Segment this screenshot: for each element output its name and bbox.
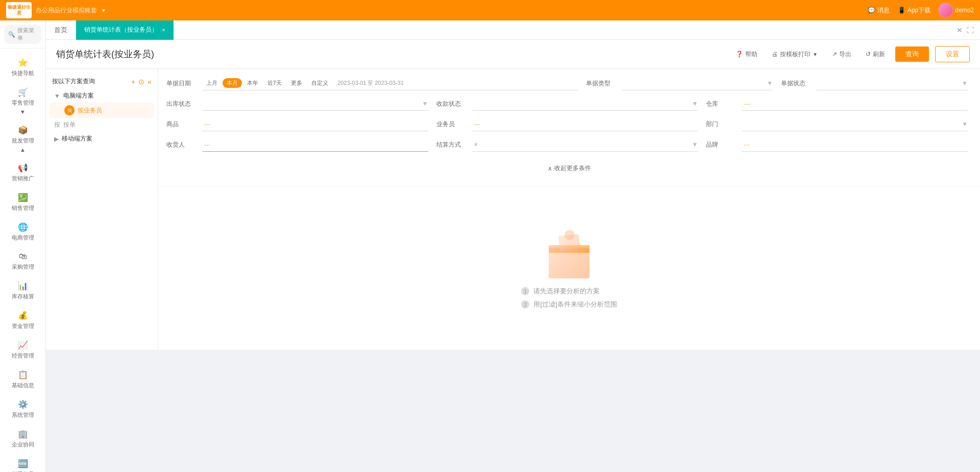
settlement-value[interactable]: × ▼ — [472, 137, 698, 152]
receiver-value[interactable]: ··· — [202, 137, 428, 152]
filter-dept-col: 部门 ▼ — [706, 117, 968, 131]
sidebar-item-wholesale[interactable]: 📦 批发管理 ▲ — [0, 120, 45, 158]
warehouse-value[interactable]: ··· — [742, 97, 968, 111]
status-value[interactable]: ▼ — [817, 76, 968, 90]
app-download-button[interactable]: 📱 App下载 — [898, 6, 930, 15]
tab-home[interactable]: 首页 — [46, 20, 76, 40]
collapse-label: 收起更多条件 — [554, 164, 591, 173]
outbound-value[interactable]: ▼ — [202, 97, 428, 111]
sidebar-item-shortcut[interactable]: ⭐ 快捷导航 — [0, 53, 45, 82]
sidebar: 🔍 帮助 搜索菜单 ⭐ 快捷导航 🛒 零售管理 ▼ 📦 批发管理 — [0, 20, 46, 472]
print-button[interactable]: 🖨 按模板打印 ▼ — [768, 48, 822, 61]
tab-close-button[interactable]: × — [162, 27, 165, 34]
date-btn-custom[interactable]: 自定义 — [307, 78, 332, 88]
export-button[interactable]: ↗ 导出 — [828, 48, 855, 61]
operations-icon: 📈 — [18, 340, 28, 350]
filter-type-col: 单据类型 ▼ — [586, 76, 773, 90]
staff-dots[interactable]: ··· — [474, 120, 480, 128]
retail-icon: 🛒 — [18, 87, 28, 97]
settlement-clear-button[interactable]: × — [474, 141, 478, 148]
refresh-button[interactable]: ↺ 刷新 — [862, 48, 889, 61]
empty-state: 1 请先选择要分析的方案 2 用[过滤]条件来缩小分析范围 — [158, 186, 980, 350]
scheme-add-icon[interactable]: + — [131, 78, 135, 86]
empty-tip-1: 1 请先选择要分析的方案 — [521, 287, 617, 296]
wholesale-expand-icon: ▲ — [20, 147, 26, 153]
dept-label: 部门 — [706, 120, 742, 129]
sidebar-item-sales[interactable]: 💹 销售管理 — [0, 187, 45, 217]
enterprise-icon: 🏢 — [18, 429, 28, 439]
settings-button[interactable]: 设置 — [935, 46, 970, 62]
sidebar-item-basic[interactable]: 📋 基础信息 — [0, 365, 45, 394]
staff-value[interactable]: ··· — [472, 117, 698, 131]
retail-expand-icon: ▼ — [20, 109, 26, 115]
goods-label: 商品 — [166, 120, 202, 129]
collapse-row: ∧ 收起更多条件 — [166, 158, 972, 179]
date-btn-more[interactable]: 更多 — [287, 78, 306, 88]
dept-value[interactable]: ▼ — [742, 117, 968, 131]
tab-sales-stat[interactable]: 销货单统计表（按业务员） × — [76, 20, 174, 40]
scheme-header: 按以下方案查询 + ⊙ « — [46, 74, 158, 89]
collapse-button[interactable]: ∧ 收起更多条件 — [542, 162, 597, 175]
help-icon: ❓ — [736, 51, 743, 58]
subtitle-dropdown-icon[interactable]: ▼ — [101, 8, 106, 13]
export-icon: ↗ — [832, 51, 837, 58]
search-menu-button[interactable]: 🔍 帮助 搜索菜单 — [4, 25, 41, 44]
date-btn-thisyear[interactable]: 本年 — [243, 78, 262, 88]
date-btn-7days[interactable]: 近7天 — [263, 78, 286, 88]
scheme-item-byorder[interactable]: 按 按单 — [50, 118, 154, 132]
scheme-mobile-header[interactable]: ▶ 移动端方案 — [50, 132, 154, 146]
message-button[interactable]: 💬 消息 — [868, 6, 890, 15]
brand-label: 品牌 — [706, 140, 742, 149]
sidebar-item-newuser[interactable]: 🆕 新手引导 — [0, 454, 45, 472]
brand-dots[interactable]: ··· — [744, 140, 750, 149]
scheme-item-bystaff[interactable]: 按 按业务员 — [50, 103, 154, 118]
sidebar-item-marketing[interactable]: 📢 营销推广 — [0, 158, 45, 187]
left-panel: 按以下方案查询 + ⊙ « ▼ 电脑端方案 — [46, 69, 158, 350]
goods-value[interactable]: ··· — [202, 117, 428, 131]
logo: 畅捷通好生意 — [6, 2, 32, 18]
sidebar-item-finance[interactable]: 💰 资金管理 — [0, 305, 45, 335]
goods-dots[interactable]: ··· — [204, 120, 210, 128]
help-button[interactable]: ❓ 帮助 — [731, 48, 762, 61]
sidebar-item-operations[interactable]: 📈 经营管理 — [0, 335, 45, 365]
print-dropdown-icon[interactable]: ▼ — [813, 52, 818, 57]
empty-tips: 1 请先选择要分析的方案 2 用[过滤]条件来缩小分析范围 — [521, 287, 617, 309]
type-value[interactable]: ▼ — [622, 76, 773, 90]
sidebar-item-enterprise[interactable]: 🏢 企业协同 — [0, 424, 45, 454]
ecommerce-icon: 🌐 — [18, 222, 28, 232]
maximize-window-icon[interactable]: ⛶ — [967, 26, 974, 34]
content-wrapper: 销货单统计表(按业务员) ❓ 帮助 🖨 按模板打印 ▼ — [46, 40, 980, 350]
date-btn-lastmonth[interactable]: 上月 — [202, 78, 222, 88]
search-menu-area[interactable]: 🔍 帮助 搜索菜单 — [0, 20, 45, 49]
tip-num-2: 2 — [521, 300, 529, 309]
brand-value[interactable]: ··· — [742, 137, 968, 152]
sidebar-item-system[interactable]: ⚙️ 系统管理 — [0, 394, 45, 424]
date-btn-thismonth[interactable]: 本月 — [223, 78, 242, 88]
scheme-edit-icon[interactable]: ⊙ — [138, 78, 144, 86]
print-icon: 🖨 — [772, 51, 778, 58]
sidebar-item-ecommerce[interactable]: 🌐 电商管理 — [0, 217, 45, 247]
sidebar-item-retail[interactable]: 🛒 零售管理 ▼ — [0, 82, 45, 120]
status-label: 单据状态 — [781, 79, 817, 88]
filter-brand-col: 品牌 ··· — [706, 137, 968, 152]
filter-staff-col: 业务员 ··· — [436, 117, 698, 131]
payment-value[interactable]: ▼ — [472, 97, 698, 111]
sidebar-item-purchase[interactable]: 🛍 采购管理 — [0, 247, 45, 276]
page-title: 销货单统计表(按业务员) — [56, 48, 154, 60]
scheme-title: 按以下方案查询 — [52, 77, 95, 86]
receiver-dots[interactable]: ··· — [204, 140, 210, 149]
user-menu[interactable]: demo2 — [939, 3, 974, 17]
settlement-dropdown-arrow: ▼ — [692, 141, 698, 148]
purchase-icon: 🛍 — [19, 252, 27, 261]
close-window-icon[interactable]: ✕ — [957, 26, 963, 34]
dept-dropdown-arrow: ▼ — [962, 121, 968, 128]
warehouse-dots[interactable]: ··· — [744, 100, 750, 108]
app-icon: 📱 — [898, 7, 905, 14]
scheme-desktop-header[interactable]: ▼ 电脑端方案 — [50, 89, 154, 103]
content-area: 首页 销货单统计表（按业务员） × ✕ ⛶ 销货单统计表(按业务员) — [46, 20, 980, 472]
sidebar-item-inventory[interactable]: 📊 库存核算 — [0, 276, 45, 305]
scheme-collapse-icon[interactable]: « — [148, 78, 152, 86]
filter-payment-col: 收款状态 ▼ — [436, 97, 698, 111]
query-button[interactable]: 查询 — [895, 46, 929, 62]
main-panel: 按以下方案查询 + ⊙ « ▼ 电脑端方案 — [46, 69, 980, 350]
